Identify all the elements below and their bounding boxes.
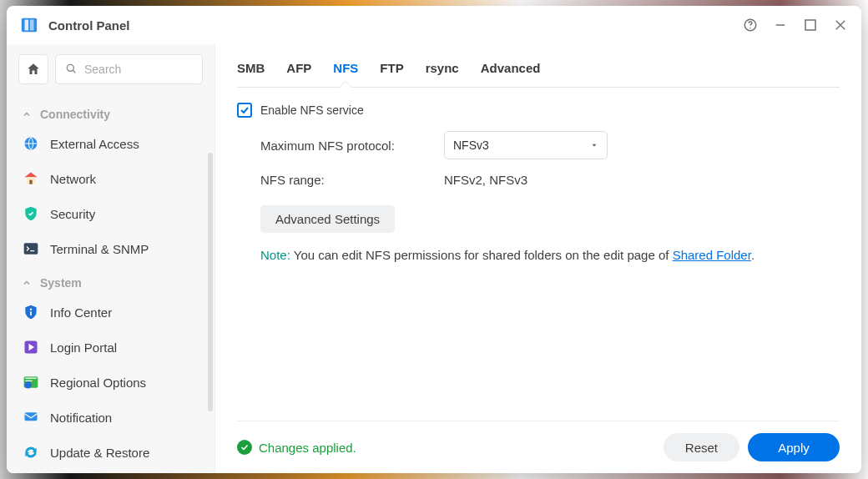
- search-row: [7, 44, 214, 89]
- section-system[interactable]: System: [7, 266, 214, 295]
- tabs: SMB AFP NFS FTP rsync Advanced: [237, 44, 840, 88]
- reset-button[interactable]: Reset: [664, 433, 739, 461]
- svg-point-19: [25, 381, 32, 388]
- nfs-note: Note: You can edit NFS permissions for s…: [260, 248, 840, 262]
- sidebar-item-login-portal[interactable]: Login Portal: [7, 330, 214, 365]
- note-text: You can edit NFS permissions for shared …: [290, 248, 673, 262]
- window-title: Control Panel: [48, 18, 733, 33]
- section-title: System: [40, 276, 82, 290]
- search-icon: [64, 62, 78, 78]
- shared-folder-link[interactable]: Shared Folder: [673, 248, 751, 262]
- nfs-range-value: NFSv2, NFSv3: [444, 173, 636, 187]
- sidebar-item-label: Notification: [50, 411, 112, 425]
- window-controls: [743, 18, 848, 33]
- note-label: Note:: [260, 248, 290, 262]
- sidebar: Connectivity External Access Network Sec…: [7, 44, 215, 473]
- svg-point-4: [749, 28, 751, 29]
- svg-rect-14: [24, 243, 38, 254]
- svg-point-15: [30, 309, 32, 310]
- tab-nfs[interactable]: NFS: [333, 61, 358, 87]
- advanced-settings-button[interactable]: Advanced Settings: [260, 205, 395, 233]
- footer: Changes applied. Reset Apply: [237, 421, 840, 473]
- content-pane: SMB AFP NFS FTP rsync Advanced Enable NF…: [215, 44, 861, 473]
- tab-advanced[interactable]: Advanced: [481, 61, 541, 87]
- sidebar-item-regional[interactable]: Regional Options: [7, 365, 214, 400]
- tab-ftp[interactable]: FTP: [380, 61, 403, 87]
- titlebar: Control Panel: [7, 6, 861, 44]
- nfs-range-label: NFS range:: [260, 173, 444, 187]
- chevron-up-icon: [22, 109, 32, 119]
- sidebar-item-network[interactable]: Network: [7, 161, 214, 196]
- network-icon: [22, 169, 40, 188]
- notification-icon: [22, 408, 40, 426]
- search-box[interactable]: [55, 54, 203, 84]
- svg-point-9: [67, 64, 73, 71]
- sidebar-item-update-restore[interactable]: Update & Restore: [7, 435, 214, 470]
- select-value: NFSv3: [453, 139, 489, 152]
- globe-icon: [22, 134, 40, 153]
- chevron-up-icon: [22, 278, 32, 288]
- sidebar-item-label: Login Portal: [50, 340, 117, 355]
- sidebar-item-external-access[interactable]: External Access: [7, 126, 214, 161]
- terminal-icon: [22, 240, 40, 258]
- status: Changes applied.: [237, 440, 655, 455]
- regional-icon: [22, 373, 40, 391]
- svg-rect-16: [30, 311, 32, 315]
- minimize-icon[interactable]: [773, 18, 788, 33]
- chevron-down-icon: [590, 139, 598, 152]
- svg-rect-2: [30, 20, 34, 31]
- sidebar-item-label: Security: [50, 207, 95, 221]
- svg-rect-0: [22, 18, 37, 33]
- update-icon: [22, 443, 40, 461]
- success-icon: [237, 440, 252, 455]
- sidebar-item-notification[interactable]: Notification: [7, 400, 214, 435]
- svg-rect-20: [25, 412, 38, 421]
- svg-rect-1: [25, 20, 29, 31]
- svg-line-10: [73, 70, 75, 73]
- sidebar-item-info-center[interactable]: Info Center: [7, 295, 214, 330]
- max-proto-label: Maximum NFS protocol:: [260, 139, 444, 153]
- sidebar-item-security[interactable]: Security: [7, 196, 214, 231]
- home-button[interactable]: [18, 54, 48, 84]
- svg-rect-13: [29, 180, 32, 184]
- enable-nfs-row: Enable NFS service: [237, 103, 840, 118]
- sidebar-item-label: External Access: [50, 137, 139, 151]
- sidebar-item-label: Network: [50, 172, 96, 186]
- max-proto-row: Maximum NFS protocol: NFSv3: [260, 131, 840, 159]
- section-connectivity[interactable]: Connectivity: [7, 98, 214, 126]
- search-input[interactable]: [84, 63, 194, 76]
- close-icon[interactable]: [833, 18, 848, 33]
- app-icon: [20, 16, 38, 34]
- svg-marker-21: [593, 144, 597, 147]
- help-icon[interactable]: [743, 18, 758, 33]
- info-icon: [22, 303, 40, 321]
- main-area: Connectivity External Access Network Sec…: [7, 44, 861, 473]
- sidebar-item-terminal[interactable]: Terminal & SNMP: [7, 231, 214, 266]
- note-end: .: [751, 248, 754, 262]
- login-icon: [22, 338, 40, 356]
- tab-afp[interactable]: AFP: [286, 61, 311, 87]
- sidebar-item-label: Regional Options: [50, 376, 146, 390]
- section-title: Connectivity: [40, 108, 110, 121]
- sidebar-item-label: Update & Restore: [50, 446, 149, 460]
- tab-rsync[interactable]: rsync: [426, 61, 459, 87]
- status-text: Changes applied.: [259, 441, 356, 455]
- svg-rect-6: [805, 20, 815, 30]
- maximize-icon[interactable]: [803, 18, 818, 33]
- nfs-range-row: NFS range: NFSv2, NFSv3: [260, 173, 840, 187]
- apply-button[interactable]: Apply: [748, 433, 840, 461]
- nfs-panel: Enable NFS service Maximum NFS protocol:…: [237, 88, 840, 421]
- enable-nfs-checkbox[interactable]: [237, 103, 252, 118]
- tab-smb[interactable]: SMB: [237, 61, 265, 87]
- nav-list[interactable]: Connectivity External Access Network Sec…: [7, 89, 214, 473]
- window: Control Panel C: [7, 6, 861, 473]
- sidebar-item-label: Info Center: [50, 305, 112, 320]
- shield-icon: [22, 204, 40, 223]
- enable-nfs-label: Enable NFS service: [260, 103, 364, 117]
- sidebar-item-label: Terminal & SNMP: [50, 242, 149, 256]
- max-proto-select[interactable]: NFSv3: [444, 131, 608, 159]
